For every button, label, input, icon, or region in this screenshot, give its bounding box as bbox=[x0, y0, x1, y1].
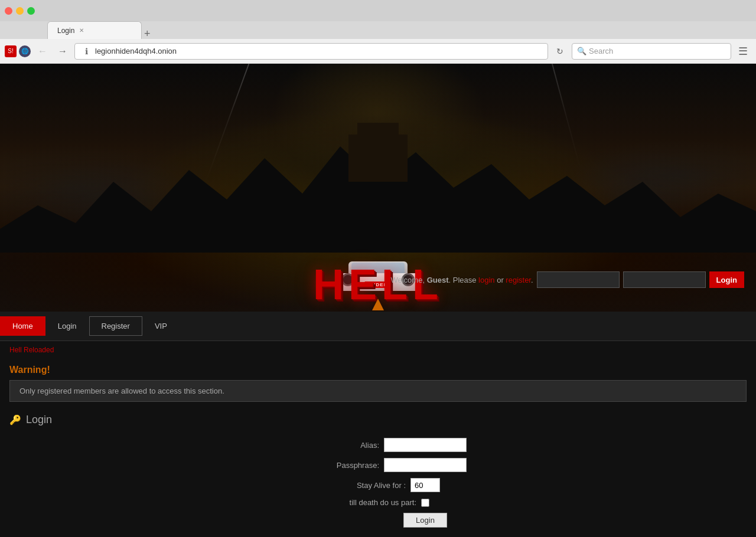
content-area: Warning! Only registered members are all… bbox=[0, 359, 756, 537]
back-button[interactable]: ← bbox=[34, 43, 51, 60]
tab-bar: Login ✕ + bbox=[0, 21, 756, 39]
login-section-title: 🔑 Login bbox=[9, 414, 747, 426]
castle-silhouette bbox=[343, 99, 413, 182]
info-icon[interactable]: ℹ bbox=[80, 45, 93, 58]
maximize-window-button[interactable] bbox=[27, 7, 35, 15]
nav-tab-register[interactable]: Register bbox=[89, 316, 142, 336]
title-bar bbox=[0, 0, 756, 21]
nav-tab-vip[interactable]: VIP bbox=[142, 316, 180, 336]
header-username-input[interactable] bbox=[537, 271, 620, 288]
url-bar[interactable]: ℹ legionhiden4dqh4.onion bbox=[74, 43, 548, 60]
hero-banner: RYDER HELL Welcome, Guest. Please login … bbox=[0, 64, 756, 312]
main-navigation: Home Login Register VIP bbox=[0, 312, 756, 341]
plugin-icon-s[interactable]: S! bbox=[5, 45, 17, 57]
alias-label: Alias: bbox=[289, 441, 384, 450]
forward-button[interactable]: → bbox=[54, 43, 71, 60]
banner-login-widget: Welcome, Guest. Please login or register… bbox=[390, 271, 744, 288]
till-death-row: till death do us part: bbox=[9, 498, 747, 507]
plugin-icons: S! 🌐 bbox=[5, 45, 31, 57]
minimize-window-button[interactable] bbox=[16, 7, 24, 15]
till-death-label: till death do us part: bbox=[327, 498, 421, 507]
till-death-checkbox[interactable] bbox=[421, 499, 429, 507]
url-text: legionhiden4dqh4.onion bbox=[95, 47, 543, 55]
browser-chrome: Login ✕ + S! 🌐 ← → ℹ legionhiden4dqh4.on… bbox=[0, 0, 756, 64]
submit-row: Login bbox=[9, 513, 747, 528]
stay-alive-label: Stay Alive for : bbox=[316, 481, 410, 490]
header-password-input[interactable] bbox=[623, 271, 706, 288]
warning-title: Warning! bbox=[9, 365, 747, 375]
browser-menu-button[interactable]: ☰ bbox=[735, 43, 751, 60]
search-bar[interactable]: 🔍 Search bbox=[572, 43, 731, 60]
header-register-link[interactable]: register bbox=[506, 276, 531, 284]
breadcrumb-link[interactable]: Hell Reloaded bbox=[9, 346, 54, 354]
welcome-message: Welcome, Guest. Please login or register… bbox=[390, 276, 533, 284]
traffic-lights bbox=[5, 7, 35, 15]
alias-row: Alias: bbox=[9, 438, 747, 452]
passphrase-row: Passphrase: bbox=[9, 458, 747, 472]
header-login-button[interactable]: Login bbox=[709, 271, 744, 288]
login-submit-button[interactable]: Login bbox=[403, 513, 447, 528]
register-row: Register bbox=[9, 533, 747, 537]
login-form: Alias: Passphrase: Stay Alive for : till… bbox=[9, 438, 747, 537]
alias-input[interactable] bbox=[384, 438, 467, 452]
stay-alive-input[interactable] bbox=[410, 478, 440, 492]
tab-close-button[interactable]: ✕ bbox=[79, 27, 84, 34]
new-tab-button[interactable]: + bbox=[144, 28, 151, 39]
nav-tab-login[interactable]: Login bbox=[45, 316, 89, 336]
passphrase-label: Passphrase: bbox=[289, 461, 384, 470]
header-login-link[interactable]: login bbox=[478, 276, 494, 284]
nav-tab-home[interactable]: Home bbox=[0, 316, 45, 336]
warning-message: Only registered members are allowed to a… bbox=[9, 380, 747, 402]
plugin-icon-globe[interactable]: 🌐 bbox=[19, 45, 31, 57]
active-tab[interactable]: Login ✕ bbox=[47, 21, 142, 39]
tab-title: Login bbox=[57, 27, 74, 35]
search-icon: 🔍 bbox=[577, 47, 586, 55]
reload-button[interactable]: ↻ bbox=[552, 43, 568, 60]
stay-alive-row: Stay Alive for : bbox=[9, 478, 747, 492]
passphrase-input[interactable] bbox=[384, 458, 467, 472]
breadcrumb: Hell Reloaded bbox=[0, 341, 756, 359]
key-icon: 🔑 bbox=[9, 414, 21, 425]
nav-bar: S! 🌐 ← → ℹ legionhiden4dqh4.onion ↻ 🔍 Se… bbox=[0, 39, 756, 64]
close-window-button[interactable] bbox=[5, 7, 12, 15]
search-placeholder: Search bbox=[589, 47, 613, 55]
page: RYDER HELL Welcome, Guest. Please login … bbox=[0, 64, 756, 537]
